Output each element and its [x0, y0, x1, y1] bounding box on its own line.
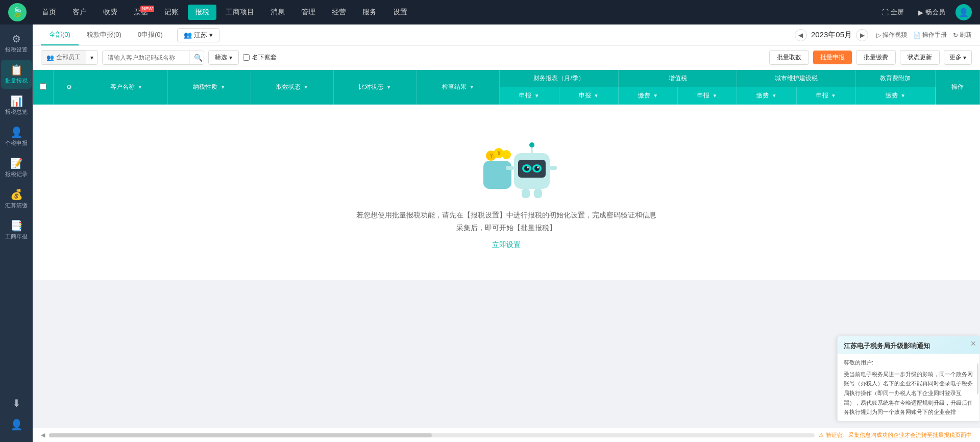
sort-icon-11: ▼ — [831, 93, 836, 99]
batch-report-button[interactable]: 批量申报 — [813, 51, 852, 64]
svg-point-5 — [502, 150, 511, 159]
region-icon: 👥 — [184, 31, 192, 39]
nav-items: 首页 客户 收费 票据 NEW 记账 报税 工商项目 消息 管理 经营 服务 设… — [35, 5, 878, 20]
select-all-checkbox[interactable] — [40, 83, 46, 90]
sort-icon-4: ▼ — [386, 84, 391, 90]
svg-point-14 — [534, 166, 540, 171]
nav-item-invoice[interactable]: 票据 NEW — [127, 5, 155, 20]
svg-rect-21 — [522, 189, 530, 198]
nav-item-settings[interactable]: 设置 — [386, 5, 414, 20]
more-chevron-icon: ▾ — [963, 54, 966, 61]
employee-icon: 👥 — [46, 54, 54, 61]
refresh-icon: ↻ — [953, 32, 958, 39]
region-selector[interactable]: 👥 江苏 ▾ — [177, 28, 219, 42]
nav-item-billing[interactable]: 收费 — [96, 5, 125, 20]
nav-item-operation[interactable]: 经营 — [325, 5, 353, 20]
month-navigation: ◀ 2023年05月 ▶ — [795, 29, 868, 41]
notification-header: 江苏电子税务局升级影响通知 ✕ — [838, 336, 979, 354]
sort-icon-10: ▼ — [772, 93, 777, 99]
svg-text:¥: ¥ — [498, 151, 501, 156]
prev-month-button[interactable]: ◀ — [795, 29, 807, 41]
tab-tax-report[interactable]: 税款申报(0) — [79, 25, 130, 45]
toolbar-right: 批量取数 批量申报 批量缴费 状态更新 更多 ▾ — [769, 50, 972, 65]
batch-fetch-button[interactable]: 批量取数 — [769, 50, 809, 65]
empty-state: ¥ ¥ — [33, 105, 980, 280]
sidebar-item-tax-overview[interactable]: 📊 报税总览 — [1, 91, 32, 120]
table-subheader-city-pay: 缴费 ▼ — [737, 87, 796, 105]
manual-icon: 📄 — [913, 32, 921, 39]
search-box: 🔍 — [102, 51, 204, 65]
notification-close-button[interactable]: ✕ — [970, 339, 976, 348]
action-refresh[interactable]: ↻ 刷新 — [953, 31, 972, 39]
nav-item-accounting[interactable]: 记账 — [157, 5, 186, 20]
table-header-financial-report: 财务报表（月/季） — [500, 70, 618, 87]
sidebar-item-download[interactable]: ⬇ — [1, 393, 32, 414]
toolbar: 👥 全部员工 ▾ 🔍 筛选 ▾ 名下账套 批量取数 批量申报 批量缴费 状态更新 — [33, 46, 980, 69]
user-avatar[interactable]: 👤 — [955, 4, 972, 20]
employee-dropdown[interactable]: ▾ — [86, 52, 97, 64]
download-icon: ⬇ — [12, 397, 21, 409]
sidebar-item-settlement[interactable]: 💰 汇算清缴 — [1, 184, 32, 213]
batch-tax-icon: 📋 — [10, 64, 23, 76]
employee-label[interactable]: 👥 全部员工 — [41, 51, 86, 64]
action-manual[interactable]: 📄 操作手册 — [913, 31, 947, 39]
sort-icon-12: ▼ — [900, 93, 905, 99]
user-icon: 👤 — [10, 419, 23, 431]
sort-icon-6: ▼ — [534, 93, 540, 99]
sidebar-item-batch-tax[interactable]: 📋 批量报税 — [1, 60, 32, 89]
empty-message: 若您想使用批量报税功能，请先在【报税设置】中进行报税的初始化设置，完成密码验证和… — [353, 209, 659, 234]
employee-selector[interactable]: 👥 全部员工 ▾ — [41, 50, 98, 65]
next-month-button[interactable]: ▶ — [856, 29, 868, 41]
table-header-fetch-status: 取数状态 ▼ — [251, 70, 334, 105]
warn-icon: ⚠ — [819, 432, 824, 438]
svg-text:¥: ¥ — [490, 153, 493, 159]
svg-point-18 — [529, 142, 534, 148]
nav-item-service[interactable]: 服务 — [355, 5, 384, 20]
sidebar-item-personal-tax[interactable]: 👤 个税申报 — [1, 122, 32, 151]
batch-pay-button[interactable]: 批量缴费 — [856, 50, 896, 65]
search-input[interactable] — [103, 52, 189, 64]
svg-rect-22 — [534, 189, 542, 198]
setup-link[interactable]: 立即设置 — [492, 240, 521, 250]
table-header-city-tax: 城市维护建设税 — [737, 70, 855, 87]
annual-report-icon: 📑 — [10, 219, 23, 232]
tabs-bar: 全部(0) 税款申报(0) 0申报(0) 👥 江苏 ▾ ◀ 2023年05月 ▶… — [33, 24, 980, 46]
bottom-bar: ◀ ⚠ 验证密、采集信息均成功的企业才会流转至批量报税页面中 — [33, 428, 980, 442]
filter-button[interactable]: 筛选 ▾ — [208, 50, 239, 65]
member-button[interactable]: ▶ 畅会员 — [914, 6, 949, 19]
svg-point-16 — [537, 166, 539, 168]
search-button[interactable]: 🔍 — [189, 51, 204, 64]
table-header-compare-status: 比对状态 ▼ — [334, 70, 417, 105]
tab-zero-report[interactable]: 0申报(0) — [130, 25, 171, 45]
nav-item-manage[interactable]: 管理 — [294, 5, 323, 20]
checkbox-accounts[interactable] — [243, 54, 250, 61]
action-video[interactable]: ▷ 操作视频 — [876, 31, 907, 39]
sidebar-item-user[interactable]: 👤 — [1, 414, 32, 436]
notification-scrollbar[interactable] — [977, 363, 978, 394]
nav-item-business[interactable]: 工商项目 — [218, 5, 261, 20]
checkbox-label[interactable]: 名下账套 — [243, 53, 277, 62]
table-subheader-edu-pay: 缴费 ▼ — [855, 87, 935, 105]
nav-item-home[interactable]: 首页 — [35, 5, 63, 20]
sidebar-item-annual-report[interactable]: 📑 工商年报 — [1, 215, 32, 244]
tax-records-icon: 📝 — [10, 157, 23, 169]
nav-item-customer[interactable]: 客户 — [65, 5, 94, 20]
table-subheader-fin-report: 申报 ▼ — [500, 87, 559, 105]
chevron-down-icon: ▾ — [209, 31, 213, 39]
status-update-button[interactable]: 状态更新 — [900, 50, 940, 65]
nav-item-tax[interactable]: 报税 — [188, 5, 216, 20]
table-header-gear[interactable]: ⚙ — [54, 70, 85, 105]
table-header-operation: 操作 — [936, 70, 980, 105]
nav-item-message[interactable]: 消息 — [263, 5, 292, 20]
fullscreen-button[interactable]: ⛶ 全屏 — [878, 6, 908, 19]
settlement-icon: 💰 — [10, 188, 23, 201]
sort-icon: ▼ — [137, 84, 142, 90]
tab-all[interactable]: 全部(0) — [41, 25, 79, 45]
scroll-track — [49, 433, 815, 437]
sidebar-item-tax-records[interactable]: 📝 报税记录 — [1, 153, 32, 182]
table-subheader-vat-report: 申报 ▼ — [559, 87, 618, 105]
sidebar-item-tax-settings[interactable]: ⚙ 报税设置 — [1, 29, 32, 58]
left-scroll-arrow[interactable]: ◀ — [41, 432, 45, 438]
notification-title: 江苏电子税务局升级影响通知 — [844, 341, 973, 351]
more-button[interactable]: 更多 ▾ — [944, 50, 972, 65]
